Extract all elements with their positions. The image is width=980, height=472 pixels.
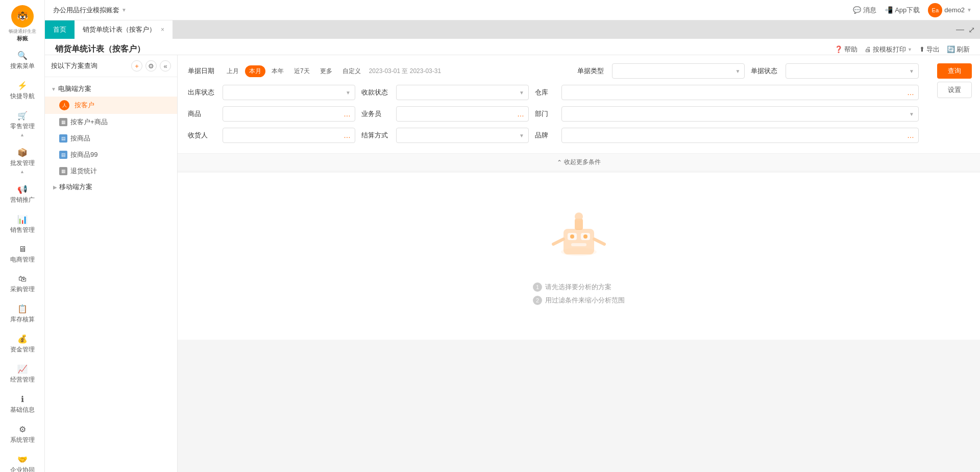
refresh-icon: 🔄 [947,45,955,53]
tree-item-customer-goods[interactable]: ▦ 按客户+商品 [45,114,177,130]
staff-dots[interactable]: … [517,110,524,118]
search-nav-icon: 🔍 [17,51,28,60]
help-button[interactable]: ❓ 帮助 [835,45,857,54]
type-label: 单据类型 [577,66,606,76]
status-select[interactable]: ▼ [786,63,919,79]
tree-item-goods-label: 按商品 [70,134,90,143]
out-status-arrow: ▼ [346,90,351,96]
svg-point-8 [575,213,583,221]
warehouse-dots[interactable]: … [907,88,914,97]
sidebar-item-ecommerce[interactable]: 🖥 电商管理 [0,240,44,269]
recipient-dots[interactable]: … [344,131,351,139]
sidebar-item-marketing[interactable]: 📢 营销推广 [0,179,44,209]
out-status-select[interactable]: ▼ [223,85,355,100]
staff-select[interactable]: … [396,106,529,122]
sidebar-item-inventory[interactable]: 📋 库存核算 [0,299,44,329]
enterprise-icon: 🤝 [17,455,28,464]
sidebar-label-marketing: 营销推广 [10,196,35,204]
status-dropdown-arrow: ▼ [909,68,914,74]
sidebar-item-quick-nav[interactable]: ⚡ 快捷导航 [0,76,44,106]
date-range-display: 2023-03-01 至 2023-03-31 [369,67,441,76]
desktop-group-header[interactable]: ▼ 电脑端方案 [45,81,177,97]
tree-item-customer-goods-label: 按客户+商品 [70,117,108,127]
sidebar: 🐯 畅捷通好生意 标账 🔍 搜索菜单 ⚡ 快捷导航 🛒 零售管理 ▲ 📦 批发管… [0,0,45,472]
tree-item-by-goods-99[interactable]: ▤ 按商品99 [45,147,177,163]
message-button[interactable]: 💬 消息 [853,6,876,15]
app-title: 标账 [17,35,28,42]
collect-status-select[interactable]: ▼ [396,85,529,100]
sidebar-item-retail[interactable]: 🛒 零售管理 ▲ [0,106,44,143]
tree-item-customer-label: 按客户 [75,101,94,110]
sidebar-item-finance[interactable]: 💰 资金管理 [0,329,44,359]
brand-select[interactable]: … [561,128,919,143]
sidebar-item-purchase[interactable]: 🛍 采购管理 [0,269,44,299]
user-profile[interactable]: Ea demo2 ▼ [928,3,972,17]
tab-sales-stats[interactable]: 销货单统计表（按客户） × [75,20,173,39]
tree-item-by-goods[interactable]: ▤ 按商品 [45,130,177,147]
type-select[interactable]: ▼ [612,63,745,79]
svg-line-9 [553,239,564,244]
goods-dots[interactable]: … [344,110,351,118]
sidebar-item-basic-info[interactable]: ℹ 基础信息 [0,389,44,419]
brand-dots[interactable]: … [907,131,914,139]
table-icon-goods: ▤ [59,134,67,143]
query-button[interactable]: 查询 [937,63,972,79]
date-btn-more[interactable]: 更多 [316,65,336,77]
tab-home[interactable]: 首页 [45,20,75,39]
left-panel-header: 按以下方案查询 + ⚙ « [45,55,177,77]
user-dropdown-arrow: ▼ [967,7,972,13]
logo-icon: 🐯 [11,5,34,28]
empty-state: 1 请先选择要分析的方案 2 用过滤条件来缩小分析范围 [178,173,980,340]
collapse-bar[interactable]: ⌃ 收起更多条件 [178,153,980,171]
tree-item-by-customer[interactable]: 人 按客户 [45,97,177,114]
tab-home-label: 首页 [53,25,66,34]
logo-text: 畅捷通好生意 [9,29,36,35]
sales-icon: 📊 [17,215,28,224]
page-title: 销货单统计表（按客户） [55,44,145,55]
sidebar-item-enterprise[interactable]: 🤝 企业协同 [0,450,44,472]
sidebar-item-system[interactable]: ⚙ 系统管理 [0,419,44,450]
department-select[interactable]: ▼ [561,106,919,122]
desktop-group-arrow: ▼ [51,86,56,92]
goods-select[interactable]: … [223,106,355,122]
company-dropdown[interactable]: 办公用品行业模拟账套 ▼ [53,6,127,15]
date-btn-custom[interactable]: 自定义 [338,65,365,77]
collapse-panel-button[interactable]: « [160,60,171,72]
refresh-button[interactable]: 🔄 刷新 [947,45,970,54]
settlement-select[interactable]: ▼ [396,128,529,143]
left-panel-icons: + ⚙ « [131,60,171,72]
mobile-group-header[interactable]: ▶ 移动端方案 [45,179,177,195]
settlement-label: 结算方式 [361,131,390,140]
filter-area: 单据日期 上月 本月 本年 近7天 更多 自定义 2023-03-01 至 20… [178,55,980,171]
settings-scheme-button[interactable]: ⚙ [145,60,157,72]
sidebar-item-operations[interactable]: 📈 经营管理 [0,359,44,389]
date-filter: 上月 本月 本年 近7天 更多 自定义 2023-03-01 至 2023-03… [223,65,441,77]
date-btn-this-year[interactable]: 本年 [267,65,288,77]
sidebar-item-sales[interactable]: 📊 销售管理 [0,209,44,240]
export-icon: ⬆ [919,45,925,53]
customer-active-icon: 人 [59,100,69,110]
username: demo2 [944,6,965,14]
date-btn-this-month[interactable]: 本月 [245,65,265,77]
warehouse-select[interactable]: … [561,85,919,100]
tab-maximize-button[interactable]: ⤢ [967,24,976,36]
tab-minimize-button[interactable]: — [955,24,965,35]
sidebar-item-search[interactable]: 🔍 搜索菜单 [0,45,44,76]
quick-nav-icon: ⚡ [17,81,28,90]
tab-close-button[interactable]: × [161,26,164,33]
export-button[interactable]: ⬆ 导出 [919,45,940,54]
add-scheme-button[interactable]: + [131,60,142,72]
tree-section: ▼ 电脑端方案 人 按客户 ▦ 按客户+商品 ▤ 按商品 ▤ 按商品 [45,77,177,199]
print-button[interactable]: 🖨 按模板打印 ▼ [865,45,912,54]
date-btn-7days[interactable]: 近7天 [290,65,314,77]
recipient-select[interactable]: … [223,128,355,143]
app-download-button[interactable]: 📲 App下载 [885,6,920,15]
brand-label: 品牌 [535,131,555,140]
date-btn-last-month[interactable]: 上月 [223,65,243,77]
settlement-arrow: ▼ [519,133,524,138]
left-panel-title: 按以下方案查询 [51,61,97,70]
collapse-label: 收起更多条件 [564,158,601,167]
sidebar-item-wholesale[interactable]: 📦 批发管理 ▲ [0,143,44,179]
tree-item-return-stats[interactable]: ▦ 退货统计 [45,163,177,179]
reset-button[interactable]: 设置 [937,82,972,98]
